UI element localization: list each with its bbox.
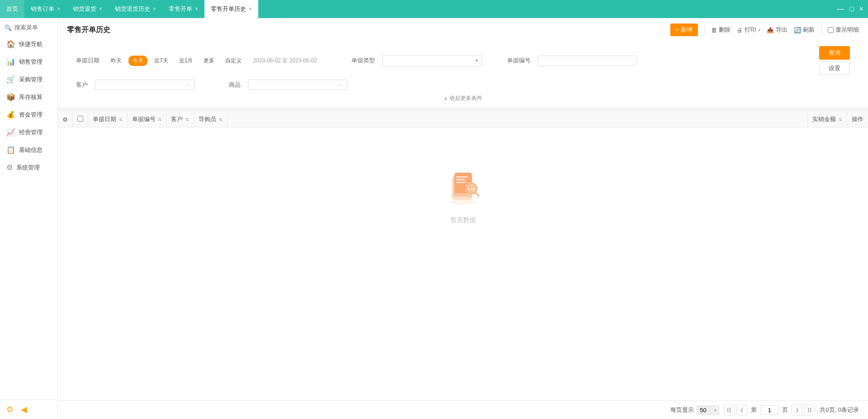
goods-input[interactable]: [252, 81, 338, 88]
window-close-btn[interactable]: ×: [859, 5, 863, 13]
page-prev-btn[interactable]: ⟨: [736, 405, 747, 415]
th-customer-label: 客户: [171, 116, 183, 122]
operations-icon: 📈: [6, 128, 15, 137]
page-last-btn[interactable]: ⟩⟩: [804, 405, 815, 415]
sidebar-item-quick-nav-label: 快捷导航: [19, 40, 43, 48]
customer-dots[interactable]: ···: [185, 81, 190, 88]
print-button[interactable]: 🖨 打印 ▾: [737, 26, 760, 34]
sidebar: 🔍 搜索菜单 🏠 快捷导航 📊 销售管理 🛒 采购管理 📦 库存核算 💰 资金管…: [0, 18, 58, 419]
check-all[interactable]: [77, 116, 83, 122]
tab-sales-return-history-close[interactable]: ×: [153, 6, 156, 12]
collapse-icon[interactable]: ◀: [21, 405, 27, 414]
print-button-label: 打印: [745, 26, 756, 34]
page-nav: ⟨⟨ ⟨ 第 页 ⟩ ⟩⟩: [724, 405, 815, 415]
tab-retail-open-history-close[interactable]: ×: [249, 6, 252, 12]
main-layout: 🔍 搜索菜单 🏠 快捷导航 📊 销售管理 🛒 采购管理 📦 库存核算 💰 资金管…: [0, 18, 868, 419]
display-detail-btn[interactable]: 显示明细: [828, 26, 859, 34]
svg-point-10: [469, 186, 471, 188]
customer-input[interactable]: [99, 81, 185, 88]
settings-query-button[interactable]: 设置: [819, 61, 850, 75]
export-icon: 📤: [767, 27, 774, 33]
sidebar-item-finance[interactable]: 💰 资金管理: [0, 106, 57, 123]
tab-sales-return-history[interactable]: 销货退货历史 ×: [109, 0, 162, 18]
number-input[interactable]: [542, 57, 633, 64]
tab-sales-order[interactable]: 销售订单 ×: [24, 0, 66, 18]
window-max-btn[interactable]: □: [849, 5, 854, 13]
sidebar-search-label: 搜索菜单: [14, 24, 38, 32]
data-table: ⚙ 单据日期 ⇅ 单据编号 ⇅ 客户: [58, 112, 868, 260]
page-next-btn[interactable]: ⟩: [792, 405, 802, 415]
th-date[interactable]: 单据日期 ⇅: [88, 112, 128, 127]
sidebar-item-basic-info-label: 基础信息: [19, 146, 43, 154]
date-btn-more[interactable]: 更多: [199, 56, 218, 66]
svg-point-0: [450, 199, 477, 205]
svg-rect-5: [456, 179, 465, 180]
sort-salesperson-icon: ⇅: [219, 117, 223, 122]
table-container: ⚙ 单据日期 ⇅ 单据编号 ⇅ 客户: [58, 112, 868, 400]
refresh-button-label: 刷新: [803, 26, 815, 34]
tab-retail-open-history[interactable]: 零售开单历史 ×: [204, 0, 258, 18]
goods-dots[interactable]: ···: [338, 81, 343, 88]
th-number[interactable]: 单据编号 ⇅: [127, 112, 166, 127]
tab-home[interactable]: 首页: [0, 0, 24, 18]
number-filter-label: 单据编号: [507, 56, 531, 65]
th-action: 操作: [847, 112, 868, 127]
th-customer[interactable]: 客户 ⇅: [166, 112, 194, 127]
th-settings[interactable]: ⚙: [58, 112, 73, 127]
sidebar-item-quick-nav[interactable]: 🏠 快捷导航: [0, 35, 57, 53]
settings-icon[interactable]: ⚙: [6, 405, 14, 414]
sidebar-item-purchase-mgmt[interactable]: 🛒 采购管理: [0, 71, 57, 88]
collapse-more-btn[interactable]: ∧ 收起更多条件: [76, 94, 850, 102]
svg-rect-4: [456, 176, 468, 178]
type-select[interactable]: [382, 55, 482, 66]
display-detail-checkbox[interactable]: [828, 27, 834, 33]
home-icon: 🏠: [6, 40, 15, 48]
customer-input-wrap: ···: [95, 80, 194, 90]
refresh-button[interactable]: 🔄 刷新: [794, 26, 815, 34]
tab-sales-return[interactable]: 销货退货 ×: [66, 0, 109, 18]
export-button[interactable]: 📤 导出: [767, 26, 787, 34]
date-range-text: 2023-06-02 至 2023-06-02: [253, 57, 317, 65]
finance-icon: 💰: [6, 110, 15, 119]
sidebar-item-system[interactable]: ⚙ 系统管理: [0, 159, 57, 176]
th-amount[interactable]: 实销金额 ⇅: [808, 112, 847, 127]
date-btn-today[interactable]: 今天: [128, 56, 147, 66]
add-button[interactable]: + 新增: [670, 24, 698, 36]
page-first-btn[interactable]: ⟨⟨: [724, 405, 735, 415]
sort-customer-icon: ⇅: [185, 117, 189, 122]
sidebar-item-operations[interactable]: 📈 经营管理: [0, 123, 57, 141]
tab-retail-open-close[interactable]: ×: [195, 6, 198, 12]
display-detail-label: 显示明细: [835, 26, 859, 34]
sidebar-item-sales-mgmt[interactable]: 📊 销售管理: [0, 53, 57, 71]
sidebar-item-purchase-mgmt-label: 采购管理: [19, 75, 43, 84]
delete-button[interactable]: 🗑 删除: [711, 26, 730, 34]
page-input[interactable]: [760, 405, 778, 415]
page-size-select[interactable]: 20 50 100: [697, 405, 719, 415]
sidebar-item-inventory-label: 库存核算: [19, 93, 43, 101]
sidebar-item-inventory[interactable]: 📦 库存核算: [0, 88, 57, 106]
tab-retail-open[interactable]: 零售开单 ×: [162, 0, 204, 18]
date-btn-7days[interactable]: 近7天: [150, 56, 172, 66]
type-select-wrap: [382, 55, 482, 66]
tab-sales-return-close[interactable]: ×: [99, 6, 102, 12]
sort-amount-icon: ⇅: [839, 117, 842, 122]
th-number-label: 单据编号: [132, 116, 156, 122]
sales-icon: 📊: [6, 57, 15, 66]
date-btn-custom[interactable]: 自定义: [221, 56, 246, 66]
th-salesperson[interactable]: 导购员 ⇅: [194, 112, 227, 127]
date-btn-1month[interactable]: 近1月: [175, 56, 197, 66]
query-button[interactable]: 查询: [819, 46, 850, 60]
toolbar-divider-1: [704, 26, 705, 33]
sidebar-search[interactable]: 🔍 搜索菜单: [0, 18, 57, 35]
window-min-btn[interactable]: —: [837, 5, 844, 13]
svg-point-11: [472, 186, 474, 188]
date-btn-yesterday[interactable]: 昨天: [107, 56, 126, 66]
tab-sales-return-label: 销货退货: [73, 5, 96, 13]
sidebar-item-operations-label: 经营管理: [19, 128, 43, 137]
page-title: 零售开单历史: [67, 25, 110, 35]
th-spacer: [227, 112, 808, 127]
delete-button-label: 删除: [719, 26, 730, 34]
tab-sales-order-close[interactable]: ×: [57, 6, 60, 12]
toolbar: + 新增 🗑 删除 🖨 打印 ▾ 📤 导出: [670, 24, 859, 36]
sidebar-item-basic-info[interactable]: 📋 基础信息: [0, 141, 57, 159]
